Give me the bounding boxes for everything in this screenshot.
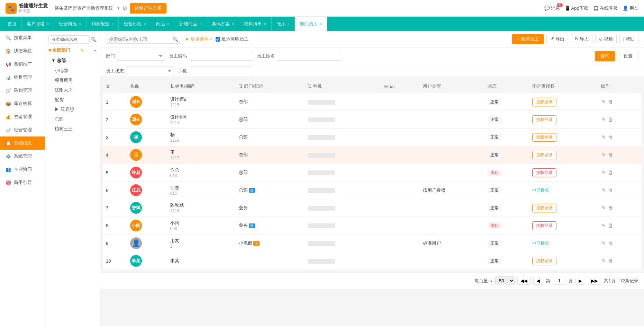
col-settings[interactable]: ⚙ [103,80,127,93]
dept-search-input[interactable] [48,35,90,44]
app-download[interactable]: 📱 App下载 [565,5,588,11]
edit-dept-icon[interactable]: ✎ [80,48,84,53]
dept-sub-zongbu[interactable]: 总部 [48,114,100,124]
nav-item-customer[interactable]: 客户联络 × [22,17,54,31]
sidebar-item-marketing[interactable]: 📢 营销推广 [0,58,45,71]
edit-icon[interactable]: ✎ [602,152,606,158]
export-button[interactable]: ↺ 导出 [546,34,568,44]
dept-sub-shenyang[interactable]: 沈阳大库 [48,85,100,95]
delete-icon[interactable]: 🗑 [608,99,613,105]
delete-icon[interactable]: 🗑 [608,258,613,264]
auth-login-btn[interactable]: 授权登录 [532,221,556,230]
delete-icon[interactable]: 🗑 [608,134,613,140]
delete-icon[interactable]: 🗑 [608,117,613,122]
reset-button[interactable]: 设置 [618,51,638,61]
sidebar-item-system[interactable]: ⚙️ 系统管理 [0,150,45,163]
page-input[interactable] [553,277,565,285]
view-button[interactable]: ⊙ 视频 [595,34,617,44]
nav-item-bom[interactable]: 物料清单 × [239,17,271,31]
add-employee-button[interactable]: + 新增员工 [512,34,544,44]
base-icon: 📋 [6,141,11,146]
user-area[interactable]: 👤 用友 [623,5,638,11]
sidebar-item-inventory[interactable]: 📦 库存核算 [0,97,45,110]
nav-item-product[interactable]: 商品 × [151,17,174,31]
phone-masked [308,117,335,122]
prev-page-btn[interactable]: ◀ [533,277,543,285]
help-button[interactable]: | 帮助 [619,34,638,44]
dept-sub-zhishu[interactable]: 植树王三 [48,124,100,134]
edit-icon[interactable]: ✎ [602,223,606,228]
edit-icon[interactable]: ✎ [602,99,606,105]
col-phone[interactable]: ⇅ 手机 [305,80,381,93]
search-icon[interactable]: 🔍 [173,37,178,42]
sidebar-item-search[interactable]: 🔍 搜索菜单 [0,31,45,44]
status-filter-select[interactable] [126,67,174,75]
resigned-checkbox[interactable] [216,37,220,42]
delete-icon[interactable]: 🗑 [608,240,613,246]
sidebar-item-collab[interactable]: 👥 企业协同 [0,163,45,176]
dept-sub-peihuo[interactable]: 配货 [48,95,100,105]
nav-item-operation[interactable]: 经营情况 × [54,17,86,31]
delete-icon[interactable]: 🗑 [608,223,613,228]
nav-item-profit[interactable]: 利润报告 × [87,17,119,31]
dept-search-icon[interactable]: 🔍 [91,37,97,42]
nav-item-barcode[interactable]: 条码方案 × [207,17,239,31]
more-filter-btn[interactable]: ▼ 更多条件 ^ [185,36,212,42]
delete-icon[interactable]: 🗑 [608,187,613,193]
delete-icon[interactable]: 🗑 [608,170,613,175]
auth-login-btn[interactable]: 授权登录 [532,133,556,142]
show-resigned-toggle[interactable]: 显示离职员工 [216,36,248,42]
auth-login-btn[interactable]: 授权登录 [532,151,556,159]
phone-filter-input[interactable] [189,67,253,75]
sidebar-item-base[interactable]: 📋 基础信息 [0,136,45,150]
delete-icon[interactable]: 🗑 [608,152,613,158]
sidebar-item-finance[interactable]: 💰 资金管理 [0,110,45,123]
col-name[interactable]: ⇅ 姓名/编码 [167,80,236,93]
per-page-select[interactable]: 50 20 100 [495,276,515,285]
auth-login-btn[interactable]: 授权登录 [532,204,556,212]
edit-icon[interactable]: ✎ [602,205,606,211]
dept-sub-shuangluxiang[interactable]: ▶ 双鹿想 [48,105,100,114]
nav-item-dept-staff[interactable]: 部门员工 × [295,17,327,31]
edit-icon[interactable]: ✎ [602,187,606,193]
nav-item-home[interactable]: 首页 [3,17,22,31]
last-page-btn[interactable]: ▶▶ [588,277,601,285]
logo-area: 🐾 畅捷通好生意 标准版 [6,3,48,14]
auth-login-btn[interactable]: 授权登录 [532,257,556,265]
sidebar-item-mgmt[interactable]: 📈 经营管理 [0,123,45,136]
dept-sub-xiaodian[interactable]: 小电部 [48,66,100,76]
gear-icon[interactable]: ⚙ [123,5,127,11]
dept-group-hq[interactable]: ▼ 总部 [48,55,100,66]
search-input[interactable] [109,37,171,42]
delete-icon[interactable]: 🗑 [608,205,613,211]
message-area[interactable]: 💬 消息 6 [544,5,560,11]
import-button[interactable]: ↻ 导入 [571,34,593,44]
online-service[interactable]: 🎧 在线客服 [593,5,618,11]
sidebar-item-guide[interactable]: 🎯 新手引导 [0,176,45,189]
collapse-btn[interactable]: « [94,47,97,53]
dept-filter-select[interactable] [117,52,165,61]
dept-sub-project[interactable]: 项目库房 [48,76,100,85]
empname-filter-input[interactable] [277,52,341,61]
edit-icon[interactable]: ✎ [602,258,606,264]
dropdown-icon[interactable]: ▾ [117,6,120,11]
col-dept[interactable]: ⇅ 部门/职位 [236,80,305,93]
auth-login-btn[interactable]: 授权登录 [532,168,556,177]
auth-login-btn[interactable]: 授权登录 [532,98,556,106]
nav-item-warehouse[interactable]: 仓库 × [272,17,295,31]
query-button[interactable]: 查询 [595,51,615,61]
trial-button[interactable]: 体验行业方案 [130,3,166,14]
empcode-filter-input[interactable] [189,52,253,61]
nav-item-add-product[interactable]: 新增商品 × [174,17,207,31]
edit-icon[interactable]: ✎ [602,134,606,140]
first-page-btn[interactable]: ◀◀ [517,277,530,285]
sidebar-item-nav[interactable]: 🏠 快捷导航 [0,44,45,58]
edit-icon[interactable]: ✎ [602,170,606,175]
edit-icon[interactable]: ✎ [602,117,606,122]
auth-login-btn[interactable]: 授权登录 [532,115,556,124]
sidebar-item-purchase[interactable]: 🛒 采购管理 [0,84,45,97]
sidebar-item-sales[interactable]: 📊 销售管理 [0,71,45,84]
nav-item-history[interactable]: 经营历程 × [119,17,151,31]
edit-icon[interactable]: ✎ [602,240,606,246]
next-page-btn[interactable]: ▶ [575,277,585,285]
